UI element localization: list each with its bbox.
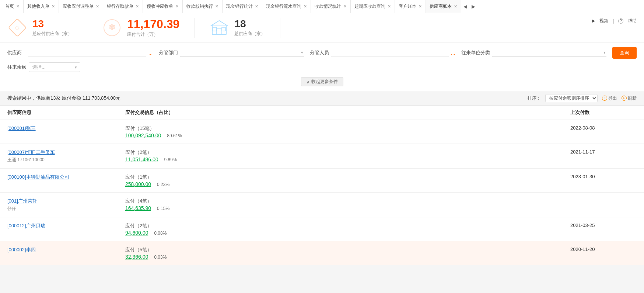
- close-icon[interactable]: ✕: [96, 4, 99, 9]
- collapse-up-icon: ∧: [307, 79, 310, 85]
- dept-filter-label: 分管部门: [159, 49, 178, 56]
- nav-next-arrow[interactable]: ▶: [469, 0, 477, 13]
- close-icon[interactable]: ✕: [454, 4, 457, 9]
- tab-bank-deposit[interactable]: 银行存取款单 ✕: [103, 0, 143, 13]
- filter-row-1: 供应商 ... 分管部门 ▾ 分管人员 ... 往来单位分类 ▾ 查询: [7, 47, 637, 59]
- tab-overdue-query[interactable]: 超期应收款查询 ✕: [351, 0, 395, 13]
- supplier-dots[interactable]: ...: [148, 50, 153, 56]
- trans-amount[interactable]: 94,600.00: [125, 230, 148, 236]
- nav-prev-arrow[interactable]: ◀: [461, 0, 469, 13]
- close-icon[interactable]: ✕: [419, 4, 422, 9]
- last-pay-date: 2021-03-25: [570, 223, 595, 228]
- close-icon[interactable]: ✕: [215, 4, 218, 9]
- table-row: [000007]恒旺二手叉车 王通 17106110000 应付（2笔） 11,…: [0, 144, 644, 169]
- trans-amount[interactable]: 11,051,486.00: [125, 156, 158, 162]
- filter-item-balance: 往来余额 选择... ▾: [7, 62, 80, 72]
- dept-select[interactable]: ▾: [180, 49, 304, 57]
- trans-percent: 0.08%: [154, 231, 167, 236]
- svg-rect-4: [212, 25, 226, 35]
- tab-payment-verify[interactable]: 收款核销执行 ✕: [183, 0, 223, 13]
- header-links: ▶ 视频 | ? 帮助: [592, 18, 637, 24]
- tab-supplier-account[interactable]: 供应商账本 ✕: [426, 0, 461, 13]
- tab-prepay-collect[interactable]: 预收冲应收单 ✕: [143, 0, 183, 13]
- export-icon: ↑: [602, 96, 607, 101]
- export-button[interactable]: ↑ 导出: [602, 95, 617, 101]
- wheat-icon: ✾: [102, 18, 122, 38]
- store-icon: [209, 18, 229, 38]
- table-row: [000001]张三 应付（15笔） 100,092,540.00 89.61%…: [0, 120, 644, 144]
- result-bar: 搜索结果中，供应商13家 应付金额 111,703,854.00元 排序： 按应…: [0, 91, 644, 106]
- last-pay-date: 2021-11-17: [570, 149, 595, 155]
- collapse-bar: ∧ 收起更多条件: [7, 76, 637, 88]
- stat-block-total-suppliers: 18 总供应商（家）: [209, 18, 280, 38]
- trans-amount[interactable]: 164,635.90: [125, 205, 151, 211]
- supplier-link[interactable]: [000012]广州贝瑞: [7, 223, 125, 229]
- category-select[interactable]: ▾: [492, 49, 607, 57]
- supplier-input[interactable]: [28, 49, 146, 56]
- supplier-link[interactable]: [000002]李四: [7, 247, 125, 253]
- supplier-link[interactable]: [000001]张三: [7, 125, 125, 132]
- diamond-icon: ◇: [7, 18, 27, 38]
- person-input[interactable]: [331, 49, 449, 56]
- supplier-link[interactable]: [001]广州荣轩: [7, 198, 125, 204]
- refresh-button[interactable]: ↻ 刷新: [622, 95, 637, 101]
- filter-item-category: 往来单位分类 ▾: [461, 49, 607, 57]
- stat-number-total-suppliers: 18: [234, 19, 265, 29]
- supplier-link[interactable]: [000100]本特勤油品有限公司: [7, 174, 125, 180]
- search-button[interactable]: 查询: [612, 47, 637, 59]
- close-icon[interactable]: ✕: [255, 4, 258, 9]
- trans-percent: 0.23%: [157, 182, 169, 187]
- data-table: 供应商信息 应付交易信息（占比） 上次付数 [000001]张三 应付（15笔）…: [0, 106, 644, 265]
- tab-ap-adjust[interactable]: 应收应付调整单 ✕: [59, 0, 103, 13]
- table-row: [000012]广州贝瑞 应付（2笔） 94,600.00 0.08% 2021…: [0, 217, 644, 241]
- table-row: [001]广州荣轩 仔仔 应付（4笔） 164,635.90 0.15%: [0, 193, 644, 217]
- stat-number-payable-total: 11,170.39: [127, 18, 179, 30]
- result-summary: 搜索结果中，供应商13家 应付金额 111,703,854.00元: [7, 95, 120, 101]
- person-dots[interactable]: ...: [451, 50, 455, 56]
- stat-block-suppliers-owing: ◇ 13 总应付供应商（家）: [7, 18, 87, 38]
- svg-text:✾: ✾: [109, 23, 115, 32]
- close-icon[interactable]: ✕: [388, 4, 391, 9]
- table-header: 供应商信息 应付交易信息（占比） 上次付数: [0, 106, 644, 120]
- sort-select[interactable]: 按应付余额倒序排序: [545, 94, 598, 102]
- help-link[interactable]: 帮助: [628, 18, 637, 24]
- col-header-transaction: 应付交易信息（占比）: [125, 109, 570, 116]
- tab-payment-stats[interactable]: 收款情况统计 ✕: [311, 0, 351, 13]
- tab-other-income[interactable]: 其他收入单 ✕: [24, 0, 59, 13]
- trans-label: 应付（5笔）: [125, 247, 570, 253]
- close-icon[interactable]: ✕: [52, 4, 55, 9]
- tab-customer-account[interactable]: 客户账本 ✕: [395, 0, 426, 13]
- supplier-sub: 王通 17106110000: [7, 157, 125, 163]
- last-pay-date: 2023-01-30: [570, 174, 595, 179]
- balance-select[interactable]: 选择... ▾: [29, 62, 80, 72]
- trans-percent: 89.61%: [167, 133, 182, 138]
- tab-cash-bank-flow[interactable]: 现金银行流水查询 ✕: [262, 0, 311, 13]
- balance-placeholder: 选择...: [32, 64, 46, 70]
- filter-area: 供应商 ... 分管部门 ▾ 分管人员 ... 往来单位分类 ▾ 查询: [0, 42, 644, 91]
- trans-label: 应付（2笔）: [125, 223, 570, 229]
- trans-percent: 0.15%: [157, 206, 169, 211]
- col-header-lastpay: 上次付数: [570, 109, 637, 116]
- trans-amount[interactable]: 258,000.00: [125, 181, 151, 187]
- trans-amount[interactable]: 32,366.00: [125, 254, 148, 260]
- trans-label: 应付（2笔）: [125, 149, 570, 156]
- tab-home[interactable]: 首页 ✕: [1, 0, 24, 13]
- close-icon[interactable]: ✕: [16, 4, 20, 9]
- close-icon[interactable]: ✕: [304, 4, 307, 9]
- last-pay-date: 2020-11-20: [570, 247, 595, 252]
- close-icon[interactable]: ✕: [343, 4, 347, 9]
- filter-item-person: 分管人员 ...: [310, 49, 455, 56]
- collapse-button[interactable]: ∧ 收起更多条件: [301, 77, 343, 86]
- close-icon[interactable]: ✕: [136, 4, 139, 9]
- result-actions: 排序： 按应付余额倒序排序 ↑ 导出 ↻ 刷新: [528, 94, 637, 102]
- supplier-link[interactable]: [000007]恒旺二手叉车: [7, 149, 125, 156]
- video-link[interactable]: 视频: [599, 18, 608, 24]
- trans-amount[interactable]: 100,092,540.00: [125, 132, 161, 138]
- table-row: [000100]本特勤油品有限公司 应付（1笔） 258,000.00 0.23…: [0, 169, 644, 193]
- supplier-filter-label: 供应商: [7, 49, 26, 56]
- close-icon[interactable]: ✕: [175, 4, 179, 9]
- tab-cash-bank-stats[interactable]: 现金银行统计 ✕: [223, 0, 262, 13]
- header-stats: ◇ 13 总应付供应商（家） ✾ 11,170.39 应付合计（万）: [0, 13, 644, 42]
- trans-label: 应付（1笔）: [125, 174, 570, 180]
- filter-item-supplier: 供应商 ...: [7, 49, 153, 56]
